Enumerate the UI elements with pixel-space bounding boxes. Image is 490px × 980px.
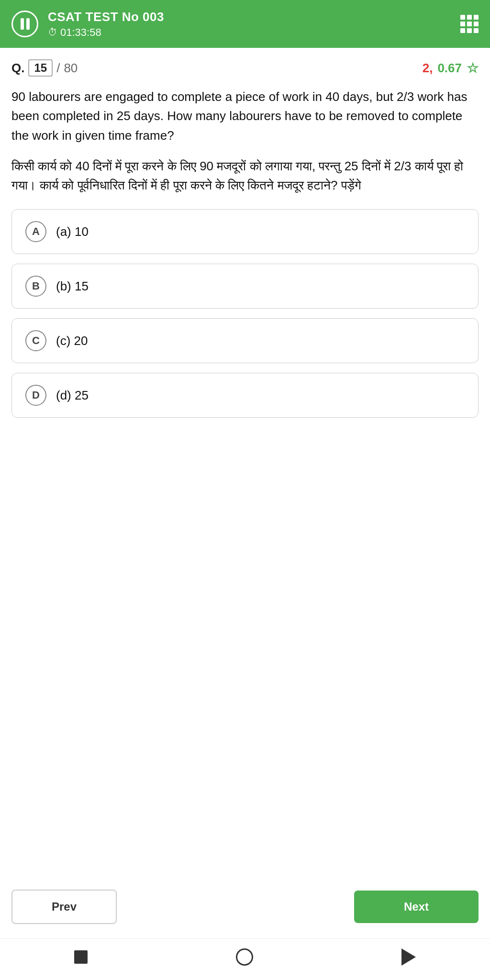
question-current: 15 (28, 59, 53, 77)
score-time: 0.67 (437, 61, 462, 76)
option-d-circle: D (25, 385, 46, 406)
option-a-circle: A (25, 221, 46, 242)
option-a-text: (a) 10 (56, 224, 89, 239)
question-number-group: Q. 15 / 80 (11, 59, 78, 77)
option-a[interactable]: A (a) 10 (11, 209, 479, 254)
option-c-circle: C (25, 330, 46, 351)
header-info: CSAT TEST No 003 ⏱ 01:33:58 (48, 10, 164, 39)
question-meta: Q. 15 / 80 2, 0.67 ☆ (0, 48, 490, 82)
q-separator: / (56, 61, 60, 76)
option-c-text: (c) 20 (56, 334, 88, 348)
back-icon[interactable] (401, 948, 416, 966)
app-header: CSAT TEST No 003 ⏱ 01:33:58 (0, 0, 490, 48)
bottom-nav-bar (0, 938, 490, 980)
prev-button[interactable]: Prev (11, 890, 117, 924)
timer-value: 01:33:58 (60, 26, 101, 39)
question-score-group: 2, 0.67 ☆ (423, 60, 479, 76)
next-button[interactable]: Next (354, 891, 479, 923)
home-icon[interactable] (74, 950, 88, 964)
option-b[interactable]: B (b) 15 (11, 264, 479, 309)
bookmark-icon[interactable]: ☆ (467, 60, 479, 76)
recents-icon[interactable] (236, 948, 253, 966)
option-d-text: (d) 25 (56, 388, 89, 403)
question-total: 80 (64, 61, 78, 76)
pause-button[interactable] (11, 11, 38, 37)
option-c[interactable]: C (c) 20 (11, 318, 479, 363)
question-body: 90 labourers are engaged to complete a p… (0, 82, 490, 204)
header-timer: ⏱ 01:33:58 (48, 26, 164, 39)
q-label: Q. (11, 61, 24, 76)
score-marks: 2, (423, 61, 433, 76)
navigation-buttons: Prev Next (0, 875, 490, 938)
option-b-text: (b) 15 (56, 279, 89, 294)
pause-icon (21, 18, 30, 30)
header-left: CSAT TEST No 003 ⏱ 01:33:58 (11, 10, 164, 39)
option-d[interactable]: D (d) 25 (11, 373, 479, 418)
question-hindi: किसी कार्य को 40 दिनों में पूरा करने के … (11, 156, 479, 195)
timer-icon: ⏱ (48, 27, 57, 38)
options-container: A (a) 10 B (b) 15 C (c) 20 D (d) 25 (0, 204, 490, 423)
question-english: 90 labourers are engaged to complete a p… (11, 87, 479, 145)
header-title: CSAT TEST No 003 (48, 10, 164, 24)
option-b-circle: B (25, 276, 46, 297)
grid-menu-icon[interactable] (460, 15, 479, 33)
